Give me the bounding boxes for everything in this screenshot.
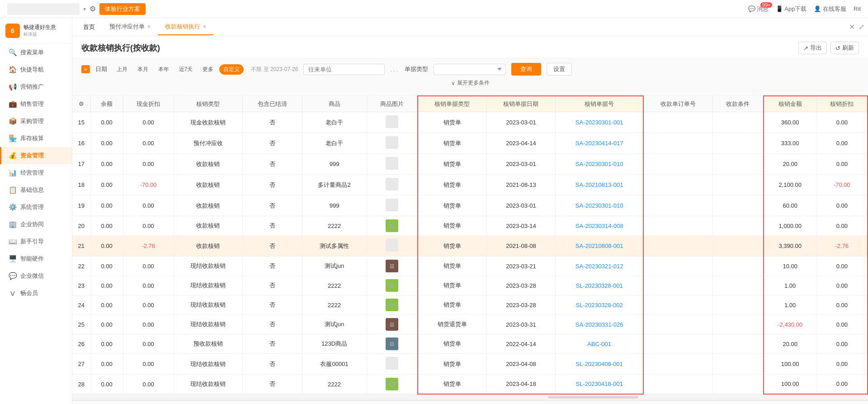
- filter-dots: ...: [390, 66, 399, 73]
- write-off-no-cell[interactable]: SA-20210808-001: [555, 236, 643, 257]
- write-off-date-cell: 2023-04-08: [487, 354, 556, 375]
- goods-image-cell: 🖼: [367, 216, 418, 236]
- write-off-no-cell[interactable]: ABC-001: [555, 334, 643, 354]
- settled-cell: 否: [242, 315, 302, 334]
- goods-image-cell: [367, 236, 418, 257]
- date-pill-this-month[interactable]: 本月: [133, 64, 152, 75]
- goods-cell: 测试jun: [302, 315, 367, 334]
- write-off-no-cell[interactable]: SA-20230321-012: [555, 257, 643, 276]
- sidebar-item-system[interactable]: ⚙️ 系统管理: [0, 199, 72, 216]
- refresh-button[interactable]: ↺ 刷新: [830, 42, 859, 54]
- sidebar-label-finance: 资金管理: [20, 152, 44, 160]
- write-off-date-cell: 2022-04-14: [487, 334, 556, 354]
- customer-input[interactable]: [303, 64, 385, 75]
- sidebar-item-finance[interactable]: 💰 资金管理: [0, 147, 72, 164]
- receipt-order-cell: [643, 133, 712, 154]
- date-pill-last-month[interactable]: 上月: [113, 64, 132, 75]
- write-off-no-cell[interactable]: SL-20230418-001: [555, 375, 643, 394]
- type-cell: 收款核销: [174, 154, 242, 175]
- date-pill-7days[interactable]: 近7天: [175, 64, 197, 75]
- tab-home[interactable]: 首页: [76, 19, 102, 35]
- tab-receipts-close[interactable]: ×: [203, 24, 206, 30]
- sidebar-item-member[interactable]: V 畅会员: [0, 285, 72, 302]
- bill-type-select[interactable]: [434, 64, 506, 75]
- write-off-amount-cell: 360.00: [764, 112, 816, 133]
- write-off-type-cell: 销货单: [418, 112, 487, 133]
- write-off-no-cell[interactable]: SA-20230301-010: [555, 195, 643, 216]
- write-off-no-cell[interactable]: SA-20230301-001: [555, 112, 643, 133]
- receipt-order-cell: [643, 236, 712, 257]
- query-button[interactable]: 查询: [511, 63, 541, 76]
- write-off-no-cell[interactable]: SA-20230414-017: [555, 133, 643, 154]
- tab-receipts[interactable]: 收款核销执行 ×: [158, 19, 213, 35]
- write-off-date-cell: 2021-08-08: [487, 236, 556, 257]
- online-service-link[interactable]: 👤 在线客服: [814, 5, 846, 13]
- sidebar-label-operations: 经营管理: [20, 169, 44, 177]
- sidebar-item-wechat[interactable]: 💬 企业微信: [0, 267, 72, 285]
- balance-cell: 0.00: [90, 354, 123, 375]
- cash-discount-cell: 0.00: [123, 295, 174, 315]
- write-off-amount-cell: 100.00: [764, 354, 816, 375]
- dropdown-arrow-icon[interactable]: ▾: [83, 6, 86, 12]
- sidebar-item-basic[interactable]: 📋 基础信息: [0, 181, 72, 199]
- write-off-no-cell[interactable]: SA-20230331-026: [555, 315, 643, 334]
- date-pill-custom[interactable]: 自定义: [219, 64, 244, 75]
- write-off-discount-cell: 0.00: [816, 133, 868, 154]
- row-number: 17: [72, 154, 90, 175]
- export-button[interactable]: ↗ 导出: [798, 42, 827, 54]
- sidebar-item-enterprise[interactable]: 🏢 企业协同: [0, 216, 72, 233]
- sidebar-item-purchase[interactable]: 📦 采购管理: [0, 113, 72, 130]
- write-off-discount-cell: 0.00: [816, 154, 868, 175]
- settled-cell: 否: [242, 112, 302, 133]
- notification-bell[interactable]: 💬 消息 99+: [748, 5, 769, 13]
- write-off-no-cell[interactable]: SL-20230408-001: [555, 354, 643, 375]
- date-pill-this-year[interactable]: 本年: [154, 64, 173, 75]
- write-off-discount-cell: -70.00: [816, 175, 868, 195]
- date-pill-more[interactable]: 更多: [198, 64, 217, 75]
- settled-cell: 否: [242, 195, 302, 216]
- tab-prepay[interactable]: 预付冲应付单 ×: [102, 19, 158, 35]
- cash-discount-cell: 0.00: [123, 154, 174, 175]
- settled-cell: 否: [242, 295, 302, 315]
- sidebar-item-operations[interactable]: 📊 经营管理: [0, 164, 72, 181]
- settings-button[interactable]: 设置: [547, 63, 572, 76]
- sidebar-item-guide[interactable]: 📖 新手引导: [0, 233, 72, 250]
- type-cell: 收款核销: [174, 195, 242, 216]
- write-off-amount-cell: 3,390.00: [764, 236, 816, 257]
- main-area: 首页 预付冲应付单 × 收款核销执行 × ✕ ⤢ 收款核销执行(按收款): [72, 18, 868, 404]
- sidebar-item-shortcut[interactable]: 🏠 快捷导航: [0, 61, 72, 78]
- tab-expand-icon[interactable]: ⤢: [859, 23, 864, 31]
- sidebar-item-inventory[interactable]: 🏪 库存核算: [0, 130, 72, 147]
- sidebar-item-hardware[interactable]: 🖥️ 智能硬件: [0, 250, 72, 267]
- expand-more-button[interactable]: ∨ 展开更多条件: [81, 77, 859, 89]
- write-off-no-cell[interactable]: SA-20230314-008: [555, 216, 643, 236]
- tab-prepay-label: 预付冲应付单: [109, 23, 145, 31]
- sidebar-item-search[interactable]: 🔍 搜索菜单: [0, 44, 72, 61]
- filter-expand-left[interactable]: »: [81, 65, 90, 73]
- sidebar-item-marketing[interactable]: 📢 营销推广: [0, 78, 72, 95]
- write-off-no-cell[interactable]: SA-20230301-010: [555, 154, 643, 175]
- receipt-order-cell: [643, 154, 712, 175]
- sidebar-item-sales[interactable]: 💼 销售管理: [0, 95, 72, 113]
- app-download-link[interactable]: 📱 App下载: [776, 5, 807, 13]
- write-off-no-cell[interactable]: SL-20230328-002: [555, 295, 643, 315]
- bill-type-label: 单据类型: [405, 65, 428, 73]
- write-off-no-cell[interactable]: SA-20210813-001: [555, 175, 643, 195]
- sidebar-label-wechat: 企业微信: [20, 272, 44, 280]
- tab-prepay-close[interactable]: ×: [147, 24, 151, 30]
- settings-icon[interactable]: ⚙: [90, 5, 96, 13]
- date-label: 日期: [95, 65, 107, 73]
- cash-discount-cell: 0.00: [123, 315, 174, 334]
- receipt-cond-cell: [712, 133, 764, 154]
- write-off-discount-cell: -2.76: [816, 236, 868, 257]
- write-off-discount-cell: 0.00: [816, 334, 868, 354]
- page-inner: 收款核销执行(按收款) ↗ 导出 ↺ 刷新: [72, 36, 868, 404]
- app-logo: 6: [5, 24, 20, 38]
- industry-solution-button[interactable]: 体验行业方案: [99, 3, 146, 15]
- tab-close-all-icon[interactable]: ✕: [849, 23, 855, 31]
- write-off-no-cell[interactable]: SL-20230328-001: [555, 276, 643, 295]
- write-off-amount-cell: 10.00: [764, 257, 816, 276]
- receipt-order-cell: [643, 195, 712, 216]
- horizontal-scrollbar[interactable]: [72, 394, 868, 400]
- top-bar: ▾ ⚙ 体验行业方案 💬 消息 99+ 📱 App下载 👤 在线客服 Rit: [0, 0, 868, 18]
